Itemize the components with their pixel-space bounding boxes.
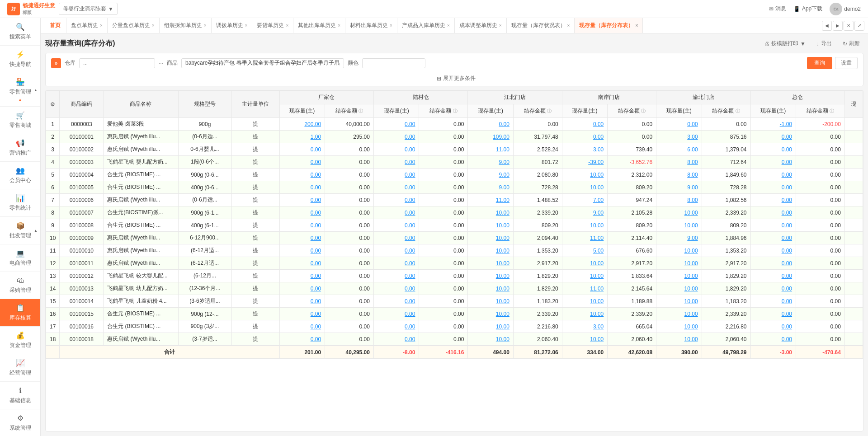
quantity-cell[interactable]: 0.00 bbox=[750, 181, 796, 194]
quantity-cell[interactable]: 0.00 bbox=[373, 333, 419, 346]
warehouse-input[interactable] bbox=[79, 58, 155, 68]
print-btn[interactable]: 🖨 按模版打印 ▼ bbox=[760, 38, 809, 49]
info-icon-3[interactable]: ⓘ bbox=[547, 108, 552, 113]
demo-selector[interactable]: 母婴行业演示陈套 ▼ bbox=[59, 3, 118, 15]
quantity-cell[interactable]: 0.00 bbox=[750, 169, 796, 181]
sidebar-item-ecommerce[interactable]: 💻 电商管理 bbox=[0, 244, 40, 272]
query-button[interactable]: 查询 bbox=[807, 57, 832, 69]
quantity-cell[interactable]: 0.00 bbox=[373, 270, 419, 282]
close-tab-inventory-check[interactable]: × bbox=[100, 23, 103, 28]
quantity-cell[interactable]: 0.00 bbox=[279, 244, 325, 257]
quantity-cell[interactable]: 0.00 bbox=[750, 244, 796, 257]
quantity-cell[interactable]: 7.00 bbox=[562, 194, 608, 206]
quantity-cell[interactable]: 10.00 bbox=[562, 333, 608, 346]
info-icon-4[interactable]: ⓘ bbox=[641, 108, 646, 113]
sidebar-item-operations[interactable]: 📈 经营管理 bbox=[0, 354, 40, 382]
quantity-cell[interactable]: 9.00 bbox=[656, 181, 702, 194]
quantity-cell[interactable]: 0.00 bbox=[373, 194, 419, 206]
quantity-cell[interactable]: 10.00 bbox=[468, 320, 514, 333]
settings-button[interactable]: 设置 bbox=[835, 57, 858, 69]
settings-icon[interactable]: ⚙ bbox=[50, 101, 55, 108]
quantity-cell[interactable]: 0.00 bbox=[279, 320, 325, 333]
quantity-cell[interactable]: 0.00 bbox=[750, 232, 796, 244]
quantity-cell[interactable]: 109.00 bbox=[468, 131, 514, 143]
quantity-cell[interactable]: 0.00 bbox=[373, 308, 419, 320]
info-icon-2[interactable]: ⓘ bbox=[453, 108, 458, 113]
quantity-cell[interactable]: -1.00 bbox=[750, 118, 796, 131]
sidebar-item-retail-shop[interactable]: 🛒 零售商城 bbox=[0, 107, 40, 134]
quantity-cell[interactable]: 10.00 bbox=[656, 244, 702, 257]
app-download-btn[interactable]: 📱 App下载 bbox=[793, 5, 822, 13]
quantity-cell[interactable]: 0.00 bbox=[750, 206, 796, 219]
quantity-cell[interactable]: 0.00 bbox=[373, 244, 419, 257]
quantity-cell[interactable]: 0.00 bbox=[373, 206, 419, 219]
refresh-btn[interactable]: ↻ 刷新 bbox=[839, 38, 863, 49]
quantity-cell[interactable]: 0.00 bbox=[279, 270, 325, 282]
quantity-cell[interactable]: 0.00 bbox=[279, 219, 325, 232]
tab-portion-check[interactable]: 分量盘点单历史 × bbox=[108, 18, 160, 33]
export-btn[interactable]: ↓ 导出 bbox=[813, 38, 835, 49]
quantity-cell[interactable]: 11.00 bbox=[468, 143, 514, 156]
quantity-cell[interactable]: 0.00 bbox=[279, 333, 325, 346]
quantity-cell[interactable]: 0.00 bbox=[750, 295, 796, 308]
quantity-cell[interactable]: 0.00 bbox=[279, 308, 325, 320]
quantity-cell[interactable]: 0.00 bbox=[279, 181, 325, 194]
quantity-cell[interactable]: 0.00 bbox=[373, 219, 419, 232]
quantity-cell[interactable]: 10.00 bbox=[656, 270, 702, 282]
quantity-cell[interactable]: 0.00 bbox=[656, 118, 702, 131]
goods-input[interactable] bbox=[181, 58, 344, 68]
sidebar-item-search[interactable]: 🔍 搜索英单 bbox=[0, 18, 40, 46]
tab-product-in[interactable]: 产成品入库单历史 × bbox=[397, 18, 455, 33]
quantity-cell[interactable]: 11.00 bbox=[562, 232, 608, 244]
quantity-cell[interactable]: 10.00 bbox=[562, 270, 608, 282]
sidebar-item-basic-info[interactable]: ℹ 基础信息 bbox=[0, 382, 40, 409]
quantity-cell[interactable]: 0.00 bbox=[750, 308, 796, 320]
message-btn[interactable]: ✉ 消息 bbox=[769, 5, 786, 13]
sidebar-item-quicknav[interactable]: ⚡ 快捷导航 bbox=[0, 46, 40, 73]
quantity-cell[interactable]: 0.00 bbox=[279, 169, 325, 181]
quantity-cell[interactable]: 10.00 bbox=[656, 282, 702, 295]
quantity-cell[interactable]: 0.00 bbox=[373, 282, 419, 295]
tab-stock-dist[interactable]: 现存量（库存分布表） × bbox=[575, 18, 643, 33]
close-tab-other-out[interactable]: × bbox=[338, 23, 340, 28]
sidebar-item-purchase[interactable]: 🛍 采购管理 bbox=[0, 272, 40, 299]
quantity-cell[interactable]: 5.00 bbox=[562, 244, 608, 257]
th-settings[interactable]: ⚙ bbox=[46, 91, 60, 118]
quantity-cell[interactable]: 0.00 bbox=[750, 282, 796, 295]
quantity-cell[interactable]: 0.00 bbox=[750, 143, 796, 156]
quantity-cell[interactable]: 0.00 bbox=[373, 295, 419, 308]
quantity-cell[interactable]: 10.00 bbox=[468, 206, 514, 219]
quantity-cell[interactable]: 8.00 bbox=[656, 194, 702, 206]
quantity-cell[interactable]: 0.00 bbox=[279, 257, 325, 270]
quantity-cell[interactable]: 10.00 bbox=[562, 308, 608, 320]
quantity-cell[interactable]: 0.00 bbox=[279, 282, 325, 295]
quantity-cell[interactable]: 0.00 bbox=[373, 118, 419, 131]
quantity-cell[interactable]: 200.00 bbox=[279, 118, 325, 131]
quantity-cell[interactable]: 0.00 bbox=[562, 118, 608, 131]
quantity-cell[interactable]: 0.00 bbox=[750, 333, 796, 346]
quantity-cell[interactable]: 11.00 bbox=[562, 282, 608, 295]
quantity-cell[interactable]: 10.00 bbox=[468, 282, 514, 295]
sidebar-item-system[interactable]: ⚙ 系统管理 bbox=[0, 409, 40, 436]
quantity-cell[interactable]: 3.00 bbox=[562, 143, 608, 156]
quantity-cell[interactable]: 0.00 bbox=[373, 169, 419, 181]
tab-cost-adjust[interactable]: 成本调整单历史 × bbox=[455, 18, 507, 33]
quantity-cell[interactable]: 6.00 bbox=[656, 143, 702, 156]
expand-conditions-btn[interactable]: ⊞ 展开更多条件 bbox=[437, 75, 476, 82]
quantity-cell[interactable]: 0.00 bbox=[750, 131, 796, 143]
quantity-cell[interactable]: 10.00 bbox=[656, 257, 702, 270]
quantity-cell[interactable]: 10.00 bbox=[562, 257, 608, 270]
color-input[interactable] bbox=[362, 58, 425, 68]
close-tab-product-in[interactable]: × bbox=[447, 23, 450, 28]
tab-assemble[interactable]: 组装拆卸单历史 × bbox=[160, 18, 212, 33]
quantity-cell[interactable]: 10.00 bbox=[468, 308, 514, 320]
sidebar-item-marketing[interactable]: 📢 营销推广 bbox=[0, 134, 40, 162]
tab-prev-btn[interactable]: ◀ bbox=[822, 21, 832, 31]
quantity-cell[interactable]: 0.00 bbox=[750, 270, 796, 282]
quantity-cell[interactable]: 0.00 bbox=[279, 156, 325, 169]
tab-home[interactable]: 首页 bbox=[44, 18, 66, 33]
close-tab-assemble[interactable]: × bbox=[204, 23, 207, 28]
quantity-cell[interactable]: 9.00 bbox=[468, 156, 514, 169]
quantity-cell[interactable]: 9.00 bbox=[468, 169, 514, 181]
quantity-cell[interactable]: 10.00 bbox=[656, 333, 702, 346]
